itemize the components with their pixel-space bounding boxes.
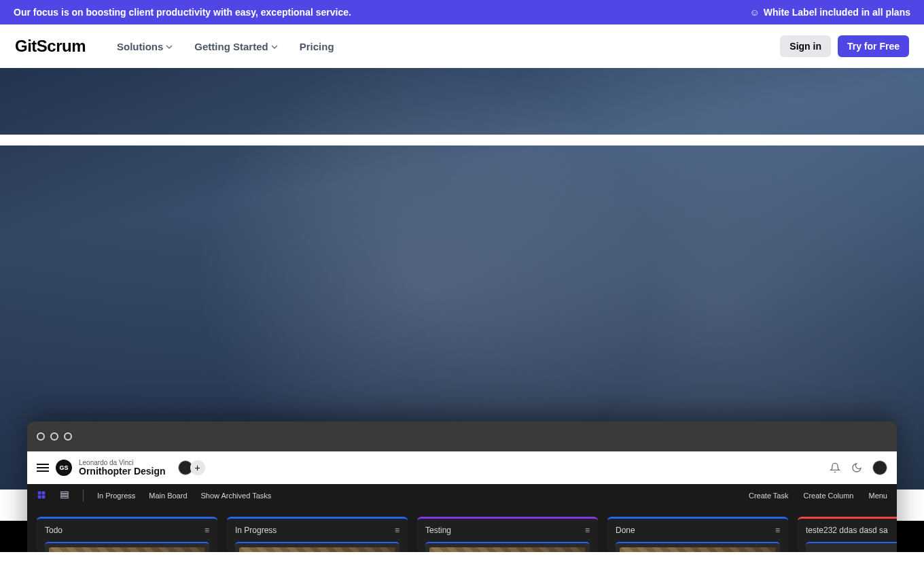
list-view-icon[interactable] — [60, 490, 69, 501]
smile-icon: ☺ — [749, 7, 759, 18]
announcement-bar: Our focus is on boosting client producti… — [0, 0, 924, 24]
column-title: Testing — [425, 526, 451, 535]
theme-toggle-icon[interactable] — [851, 462, 863, 474]
kanban-board: Todo ≡ Select craftsmen skilled in woodw… — [27, 507, 897, 552]
app-toolbar: In Progress Main Board Show Archived Tas… — [27, 484, 897, 507]
column-menu-icon[interactable]: ≡ — [775, 526, 780, 535]
filter-main-board[interactable]: Main Board — [149, 492, 187, 500]
card-title: Inspect the frame for wea — [813, 550, 897, 552]
column-title: Todo — [45, 526, 63, 535]
app-header: GS Leonardo da Vinci Ornithopter Design … — [27, 451, 897, 484]
brand-badge-icon: GS — [56, 460, 72, 476]
card-image — [429, 547, 586, 552]
nav-solutions-label: Solutions — [117, 41, 163, 52]
column-title: teste232 ddas dasd sa — [806, 526, 888, 535]
column-testing: Testing ≡ Study bird and bat wing struct… — [417, 517, 598, 552]
column-menu-icon[interactable]: ≡ — [585, 526, 590, 535]
task-card[interactable]: Adjust the angles of the wings if necess… — [235, 542, 399, 552]
svg-rect-2 — [38, 496, 41, 499]
column-done: Done ≡ Assemble the lightweight wooden f… — [607, 517, 788, 552]
create-column-button[interactable]: Create Column — [803, 492, 853, 500]
hero-white-band — [0, 135, 924, 145]
hero-section: GS Leonardo da Vinci Ornithopter Design … — [0, 68, 924, 489]
column-teste: teste232 ddas dasd sa Inspect the frame … — [798, 517, 897, 552]
column-menu-icon[interactable]: ≡ — [395, 526, 399, 535]
svg-rect-1 — [42, 492, 46, 495]
window-dot-icon — [64, 432, 72, 441]
grid-view-icon[interactable] — [37, 490, 46, 501]
nav-solutions[interactable]: Solutions — [117, 41, 173, 52]
nav-getting-started[interactable]: Getting Started — [194, 41, 277, 52]
task-card[interactable]: Select craftsmen skilled in woodworking … — [45, 542, 209, 552]
logo[interactable]: GitScrum — [15, 37, 86, 56]
filter-in-progress[interactable]: In Progress — [97, 492, 135, 500]
window-dot-icon — [50, 432, 58, 441]
column-menu-icon[interactable]: ≡ — [205, 526, 209, 535]
svg-rect-0 — [38, 492, 41, 495]
project-name: Ornithopter Design — [79, 466, 166, 477]
svg-rect-6 — [61, 496, 69, 498]
nav-getting-started-label: Getting Started — [194, 41, 268, 52]
column-in-progress: In Progress ≡ Adjust the angles of the w… — [227, 517, 408, 552]
card-image — [620, 547, 776, 552]
app-window-preview: GS Leonardo da Vinci Ornithopter Design … — [27, 422, 897, 552]
task-card[interactable]: Study bird and bat wing structures — [425, 542, 590, 552]
filter-archived[interactable]: Show Archived Tasks — [201, 492, 272, 500]
avatars-group: + — [178, 460, 205, 475]
project-info: Leonardo da Vinci Ornithopter Design — [79, 459, 166, 477]
signin-button[interactable]: Sign in — [780, 35, 831, 57]
column-title: Done — [616, 526, 635, 535]
task-card[interactable]: Inspect the frame for wea — [806, 542, 897, 552]
svg-rect-5 — [61, 494, 69, 496]
create-task-button[interactable]: Create Task — [749, 492, 789, 500]
announcement-right: White Label included in all plans — [764, 7, 910, 18]
window-titlebar — [27, 422, 897, 451]
chevron-down-icon — [271, 41, 278, 52]
add-member-button[interactable]: + — [190, 460, 205, 475]
board-menu-button[interactable]: Menu — [868, 492, 887, 500]
column-todo: Todo ≡ Select craftsmen skilled in woodw… — [37, 517, 217, 552]
task-card[interactable]: Assemble the lightweight wooden frame fo… — [616, 542, 780, 552]
main-nav: GitScrum Solutions Getting Started Prici… — [0, 24, 924, 68]
hamburger-icon[interactable] — [37, 464, 49, 472]
column-title: In Progress — [235, 526, 277, 535]
toolbar-divider — [83, 489, 84, 502]
try-free-button[interactable]: Try for Free — [838, 35, 909, 57]
chevron-down-icon — [166, 41, 173, 52]
bell-icon[interactable] — [829, 462, 841, 474]
window-dot-icon — [37, 432, 45, 441]
svg-rect-4 — [61, 492, 69, 493]
user-avatar[interactable] — [872, 460, 887, 475]
card-image — [239, 547, 395, 552]
card-image — [49, 547, 205, 552]
nav-pricing[interactable]: Pricing — [300, 41, 334, 52]
announcement-left: Our focus is on boosting client producti… — [14, 7, 351, 18]
svg-rect-3 — [42, 496, 46, 499]
